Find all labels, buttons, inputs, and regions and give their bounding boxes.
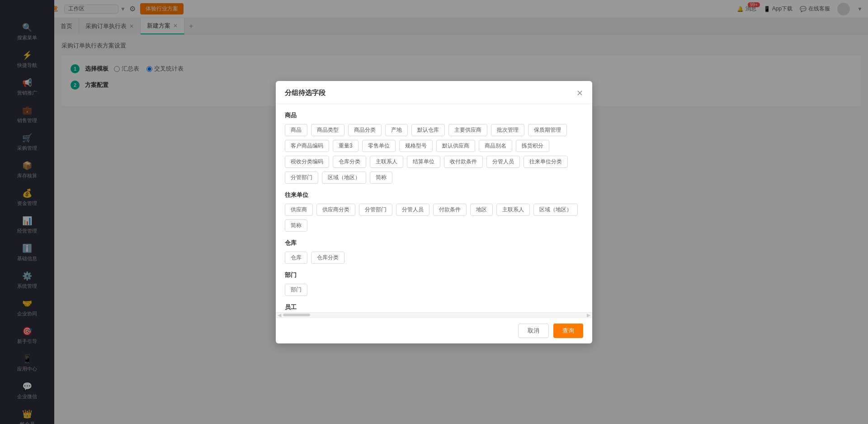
field-tag-0-17[interactable]: 主联系人: [370, 156, 403, 168]
field-tag-0-0[interactable]: 商品: [285, 124, 307, 136]
field-tag-0-7[interactable]: 保质期管理: [528, 124, 567, 136]
section-title-3: 部门: [285, 271, 583, 279]
section-title-2: 仓库: [285, 239, 583, 247]
field-tag-0-10[interactable]: 零售单位: [362, 140, 396, 152]
field-grid-3: 部门: [285, 284, 583, 296]
field-tag-1-5[interactable]: 地区: [470, 204, 493, 216]
field-tag-1-1[interactable]: 供应商分类: [316, 204, 355, 216]
hscroll-thumb[interactable]: [283, 314, 310, 316]
modal-overlay: 分组待选字段 ✕ 商品商品商品类型商品分类产地默认仓库主要供应商批次管理保质期管…: [0, 0, 868, 424]
modal-title: 分组待选字段: [285, 89, 326, 97]
field-tag-3-0[interactable]: 部门: [285, 284, 307, 296]
section-title-4: 员工: [285, 303, 583, 311]
modal-close-icon[interactable]: ✕: [576, 88, 583, 98]
field-tag-0-23[interactable]: 区域（地区）: [322, 172, 366, 184]
field-tag-0-16[interactable]: 仓库分类: [333, 156, 366, 168]
field-tag-0-1[interactable]: 商品类型: [311, 124, 344, 136]
field-select-modal: 分组待选字段 ✕ 商品商品商品类型商品分类产地默认仓库主要供应商批次管理保质期管…: [276, 81, 592, 343]
field-tag-0-22[interactable]: 分管部门: [285, 172, 318, 184]
section-title-0: 商品: [285, 111, 583, 119]
field-tag-0-5[interactable]: 主要供应商: [448, 124, 487, 136]
field-tag-0-13[interactable]: 商品别名: [479, 140, 512, 152]
field-tag-0-14[interactable]: 拣货积分: [516, 140, 549, 152]
field-tag-2-0[interactable]: 仓库: [285, 252, 307, 264]
modal-footer: 取消 查询: [276, 318, 592, 343]
field-tag-0-3[interactable]: 产地: [385, 124, 408, 136]
field-tag-0-8[interactable]: 客户商品编码: [285, 140, 329, 152]
field-tag-0-12[interactable]: 默认供应商: [436, 140, 475, 152]
field-tag-1-0[interactable]: 供应商: [285, 204, 313, 216]
field-tag-0-15[interactable]: 税收分类编码: [285, 156, 329, 168]
field-tag-0-21[interactable]: 往来单位分类: [524, 156, 568, 168]
section-title-1: 往来单位: [285, 191, 583, 199]
field-tag-1-4[interactable]: 付款条件: [433, 204, 467, 216]
modal-header: 分组待选字段 ✕: [276, 81, 592, 104]
cancel-button[interactable]: 取消: [518, 324, 549, 338]
field-grid-1: 供应商供应商分类分管部门分管人员付款条件地区主联系人区域（地区）简称: [285, 204, 583, 232]
field-tag-1-3[interactable]: 分管人员: [396, 204, 429, 216]
field-tag-1-2[interactable]: 分管部门: [359, 204, 392, 216]
field-tag-1-6[interactable]: 主联系人: [496, 204, 530, 216]
field-tag-0-19[interactable]: 收付款条件: [444, 156, 483, 168]
field-tag-1-7[interactable]: 区域（地区）: [533, 204, 578, 216]
confirm-button[interactable]: 查询: [553, 324, 583, 338]
field-tag-0-4[interactable]: 默认仓库: [411, 124, 445, 136]
field-grid-0: 商品商品类型商品分类产地默认仓库主要供应商批次管理保质期管理客户商品编码重量3零…: [285, 124, 583, 184]
field-tag-0-20[interactable]: 分管人员: [486, 156, 520, 168]
field-tag-0-18[interactable]: 结算单位: [407, 156, 440, 168]
field-tag-0-6[interactable]: 批次管理: [491, 124, 524, 136]
modal-horizontal-scrollbar: ◀ ▶: [276, 312, 592, 318]
field-tag-1-8[interactable]: 简称: [285, 219, 307, 232]
field-grid-2: 仓库仓库分类: [285, 252, 583, 264]
field-tag-0-11[interactable]: 规格型号: [399, 140, 433, 152]
field-tag-0-24[interactable]: 简称: [370, 172, 392, 184]
field-tag-0-9[interactable]: 重量3: [333, 140, 359, 152]
modal-body: 商品商品商品类型商品分类产地默认仓库主要供应商批次管理保质期管理客户商品编码重量…: [276, 104, 592, 312]
field-tag-2-1[interactable]: 仓库分类: [311, 252, 344, 264]
field-tag-0-2[interactable]: 商品分类: [348, 124, 382, 136]
